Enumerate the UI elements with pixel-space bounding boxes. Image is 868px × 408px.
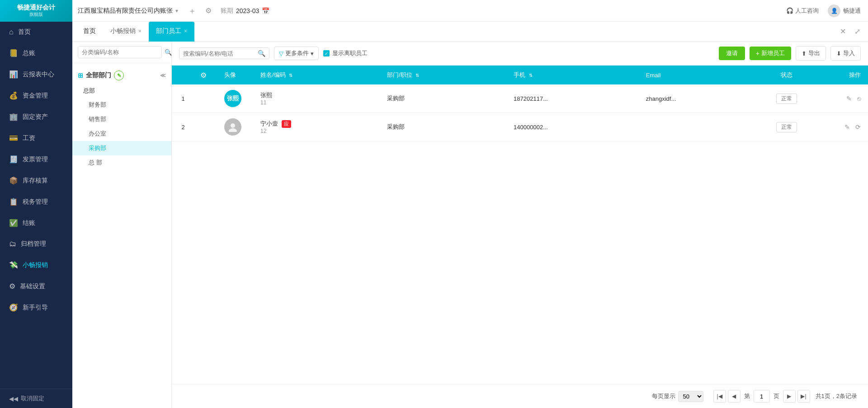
sidebar-item-home[interactable]: ⌂ 首页 (0, 22, 72, 42)
service-button[interactable]: 🎧 人工咨询 (786, 7, 819, 15)
sidebar-item-tax[interactable]: 📋 税务管理 (0, 191, 72, 212)
row2-name: 宁小壹 应 (260, 120, 373, 128)
th-mobile[interactable]: 手机 ⇅ (506, 66, 639, 84)
next-page-button[interactable]: ▶ (783, 390, 796, 403)
sidebar-item-guide[interactable]: 🧭 新手引导 (0, 297, 72, 318)
guide-icon: 🧭 (9, 303, 18, 312)
sidebar-item-general-ledger[interactable]: 📒 总账 (0, 42, 72, 64)
export-label: 导出 (808, 49, 820, 57)
th-gear[interactable]: ⚙ (194, 66, 217, 84)
per-page-label: 每页显示 (652, 392, 675, 400)
dept-collapse-icon[interactable]: ≪ (160, 72, 166, 79)
dept-general-label: 总 部 (89, 159, 102, 166)
row2-delete-icon[interactable]: ⟳ (855, 123, 861, 131)
user-menu[interactable]: 👤 畅捷通 (828, 5, 861, 17)
add-employee-button[interactable]: + 新增员工 (750, 47, 791, 60)
logo-area[interactable]: 畅捷通好会计 旗舰版 (0, 0, 72, 22)
unpin-sidebar-button[interactable]: ◀◀ 取消固定 (0, 389, 72, 408)
import-button[interactable]: ⬇ 导入 (830, 46, 861, 61)
filter-icon: ▽ (279, 50, 283, 57)
more-conditions-button[interactable]: ▽ 更多条件 ▾ (274, 47, 319, 60)
plus-icon: + (756, 50, 760, 57)
grid-icon: ⊞ (78, 72, 83, 79)
row1-checkbox[interactable] (194, 84, 217, 113)
sidebar-item-fixed-assets[interactable]: 🏢 固定资产 (0, 106, 72, 127)
page-number-input[interactable] (754, 390, 770, 403)
dept-search-icon[interactable]: 🔍 (165, 49, 172, 56)
expand-tab-button[interactable]: ⤢ (850, 24, 864, 39)
add-tab-button[interactable]: ＋ (184, 5, 201, 16)
sidebar-item-invoice[interactable]: 🧾 发票管理 (0, 149, 72, 170)
dept-edit-icon[interactable]: ✎ (114, 70, 124, 80)
invite-button[interactable]: 邀请 (719, 47, 745, 60)
row2-edit-icon[interactable]: ✎ (844, 123, 850, 131)
row2-email (639, 113, 760, 141)
dept-child-sales[interactable]: 销售部 (72, 112, 171, 127)
row2-checkbox[interactable] (194, 113, 217, 141)
sidebar-item-inventory[interactable]: 📦 库存核算 (0, 170, 72, 191)
page-total-label: 共1页，2条记录 (816, 392, 857, 400)
company-chevron-icon: ▾ (175, 8, 178, 14)
sidebar-item-archive[interactable]: 🗂 归档管理 (0, 234, 72, 254)
unpin-label: 取消固定 (21, 394, 44, 403)
sidebar-item-funds[interactable]: 💰 资金管理 (0, 85, 72, 106)
row1-status-badge: 正常 (776, 94, 797, 104)
table-gear-icon[interactable]: ⚙ (194, 66, 212, 84)
dept-child-general[interactable]: 总 部 (72, 155, 171, 170)
settings-icon[interactable]: ⚙ (201, 6, 216, 15)
row1-edit-icon[interactable]: ✎ (846, 95, 852, 102)
tab-xiaochang-close-icon[interactable]: × (138, 28, 142, 34)
dept-child-office[interactable]: 办公室 (72, 127, 171, 141)
tax-icon: 📋 (9, 197, 18, 206)
row1-email: zhangxidf... (639, 84, 760, 113)
row1-dept: 采购部 (380, 84, 506, 113)
tab-dept-employee-close-icon[interactable]: × (184, 28, 187, 34)
dept-child-finance[interactable]: 财务部 (72, 98, 171, 112)
per-page-selector[interactable]: 每页显示 50 20 100 (652, 391, 706, 402)
headset-icon: 🎧 (786, 7, 793, 14)
employee-search-wrap[interactable]: 🔍 (179, 47, 269, 59)
calendar-icon[interactable]: 📅 (262, 7, 269, 14)
prev-page-button[interactable]: ◀ (728, 390, 741, 403)
sidebar-item-xiaochang[interactable]: 💸 小畅报销 (0, 254, 72, 276)
export-button[interactable]: ⬆ 导出 (796, 46, 826, 61)
unpin-icon: ◀◀ (9, 395, 18, 402)
dept-all-button[interactable]: ⊞ 全部部门 ✎ ≪ (72, 67, 171, 84)
row1-name: 张熙 (260, 91, 373, 99)
row2-status-badge: 正常 (776, 122, 797, 132)
sidebar-item-reports[interactable]: 📊 云报表中心 (0, 64, 72, 85)
first-page-button[interactable]: |◀ (713, 390, 726, 403)
close-tab-button[interactable]: ✕ (835, 24, 850, 39)
per-page-select[interactable]: 50 20 100 (678, 391, 703, 402)
logo-subtitle: 旗舰版 (29, 11, 43, 18)
dept-sales-label: 销售部 (89, 116, 106, 122)
last-page-button[interactable]: ▶| (797, 390, 810, 403)
period-selector[interactable]: 账期 2023-03 📅 (216, 7, 274, 15)
tab-home[interactable]: 首页 (76, 22, 103, 42)
sidebar-item-basic-settings[interactable]: ⚙ 基础设置 (0, 276, 72, 297)
import-label: 导入 (843, 49, 855, 57)
pagination: 每页显示 50 20 100 |◀ ◀ 第 页 ▶ (172, 384, 868, 408)
checkout-icon: ✅ (9, 219, 18, 227)
th-dept-position[interactable]: 部门/职位 ⇅ (380, 66, 506, 84)
funds-icon: 💰 (9, 91, 18, 100)
svg-point-0 (231, 123, 235, 128)
row1-actions: ✎ ⎋ (814, 84, 868, 113)
tab-xiaochang[interactable]: 小畅报销 × (103, 22, 149, 42)
sidebar-item-checkout[interactable]: ✅ 结账 (0, 212, 72, 234)
tab-dept-employee[interactable]: 部门员工 × (149, 22, 194, 42)
tab-home-label: 首页 (83, 27, 96, 35)
sidebar-item-payroll[interactable]: 💳 工资 (0, 127, 72, 149)
company-selector[interactable]: 江西服宝精品有限责任公司内账张 ▾ (72, 7, 184, 15)
sidebar-item-label: 归档管理 (21, 240, 46, 248)
employee-search-icon[interactable]: 🔍 (258, 50, 265, 57)
reports-icon: 📊 (9, 70, 18, 79)
th-name-code[interactable]: 姓名/编码 ⇅ (253, 66, 380, 84)
dept-child-purchase[interactable]: 采购部 (72, 141, 171, 155)
dept-search-input[interactable] (78, 46, 162, 58)
department-panel: 🔍 ⊞ 全部部门 ✎ ≪ 总部 财务部 (72, 42, 172, 408)
show-resigned-checkbox[interactable]: ✓ 显示离职员工 (323, 49, 368, 57)
employee-search-input[interactable] (183, 50, 258, 57)
tab-bar: 首页 小畅报销 × 部门员工 × ✕ ⤢ (72, 22, 868, 42)
row1-logout-icon[interactable]: ⎋ (857, 95, 861, 102)
